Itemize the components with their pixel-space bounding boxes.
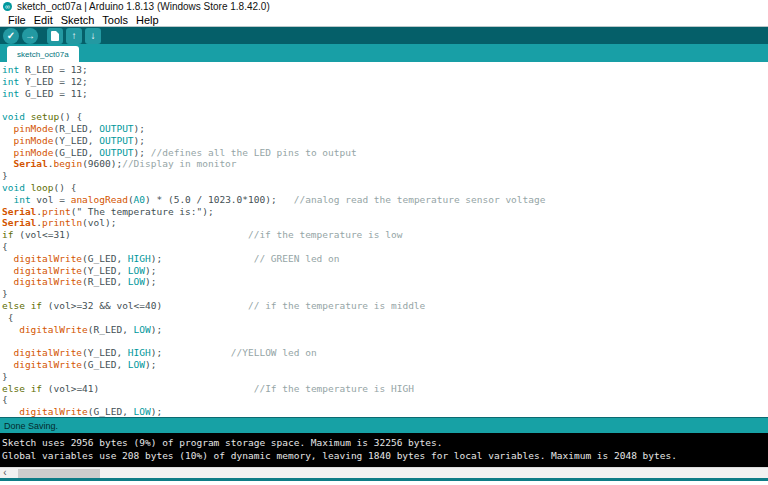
code-token: loop [31, 182, 54, 193]
code-token: A0 [134, 194, 145, 205]
tab-label: sketch_oct07a [17, 50, 69, 59]
code-line [2, 335, 768, 347]
menubar: FileEditSketchToolsHelp [0, 13, 768, 26]
code-token [2, 347, 13, 358]
code-token [2, 359, 13, 370]
code-token: (Y_LED, [54, 135, 100, 146]
code-token: OUTPUT [99, 135, 133, 146]
code-token: { [2, 394, 8, 405]
code-token: () { [54, 182, 77, 193]
menu-item-sketch[interactable]: Sketch [57, 14, 99, 26]
code-token: (G_LED, [82, 359, 128, 370]
code-token: HIGH [128, 347, 151, 358]
scrollbar-thumb[interactable] [18, 469, 100, 478]
arduino-logo-icon: ∞ [3, 2, 12, 11]
code-token: Serial [13, 158, 47, 169]
menu-item-file[interactable]: File [4, 14, 30, 26]
code-token: OUTPUT [99, 123, 133, 134]
code-token: analogRead [71, 194, 128, 205]
horizontal-scrollbar[interactable]: ‹ [0, 467, 768, 478]
titlebar[interactable]: ∞ sketch_oct07a | Arduino 1.8.13 (Window… [0, 0, 768, 13]
code-token: ); [134, 135, 145, 146]
code-token: //Display in monitor [122, 158, 236, 169]
code-line: { [2, 241, 768, 253]
code-token: LOW [134, 324, 151, 335]
tab-sketch-oct07a[interactable]: sketch_oct07a [7, 46, 79, 62]
verify-button[interactable]: ✓ [3, 28, 19, 44]
code-token: else [2, 383, 25, 394]
code-token [2, 135, 13, 146]
code-line: void setup() { [2, 111, 768, 123]
code-line [2, 99, 768, 111]
code-token: if [2, 229, 13, 240]
code-line: digitalWrite(R_LED, LOW); [2, 276, 768, 288]
code-token: OUTPUT [99, 147, 133, 158]
code-line: } [2, 288, 768, 300]
code-token: (R_LED, [88, 324, 134, 335]
code-token [2, 406, 19, 417]
right-arrow-icon: → [25, 31, 35, 41]
scroll-left-arrow-icon[interactable]: ‹ [0, 468, 10, 478]
code-editor[interactable]: int R_LED = 13;int Y_LED = 12;int G_LED … [0, 62, 768, 417]
code-token: vol = [31, 194, 71, 205]
code-token [2, 265, 13, 276]
new-document-icon [51, 31, 59, 41]
code-token: ); [151, 406, 162, 417]
upload-button[interactable]: → [22, 28, 38, 44]
code-token [2, 147, 13, 158]
code-token: digitalWrite [13, 276, 82, 287]
menu-item-edit[interactable]: Edit [30, 14, 57, 26]
code-line: int G_LED = 11; [2, 88, 768, 100]
code-token: Serial [2, 217, 36, 228]
code-token [2, 253, 13, 264]
code-token: (Y_LED, [82, 347, 128, 358]
compile-console[interactable]: Sketch uses 2956 bytes (9%) of program s… [0, 433, 768, 467]
code-token: println [42, 217, 82, 228]
code-token: //If the temperature is HIGH [254, 383, 414, 394]
code-token: ); [145, 265, 156, 276]
code-token [2, 194, 13, 205]
code-line: Serial.print(" The temperature is:"); [2, 206, 768, 218]
code-token: pinMode [13, 147, 53, 158]
down-arrow-icon: ↓ [91, 31, 96, 41]
code-token: ); [151, 253, 254, 264]
code-token: (Y_LED, [82, 265, 128, 276]
code-line: Serial.println(vol); [2, 217, 768, 229]
code-token: pinMode [13, 135, 53, 146]
menu-item-tools[interactable]: Tools [98, 14, 132, 26]
code-token: ); [151, 324, 162, 335]
code-token: void [2, 182, 25, 193]
code-token: ); [151, 347, 231, 358]
code-line: digitalWrite(G_LED, LOW); [2, 406, 768, 417]
code-line: digitalWrite(G_LED, HIGH); // GREEN led … [2, 253, 768, 265]
code-line: int Y_LED = 12; [2, 76, 768, 88]
code-token: digitalWrite [13, 253, 82, 264]
code-token: //if the temperature is low [248, 229, 402, 240]
up-arrow-icon: ↑ [72, 31, 77, 41]
code-token: digitalWrite [19, 324, 88, 335]
code-token: //YELLOW led on [231, 347, 317, 358]
code-token: begin [54, 158, 83, 169]
code-token: Y_LED = 12; [19, 76, 88, 87]
new-sketch-button[interactable] [47, 28, 63, 44]
code-token: else [2, 300, 25, 311]
code-token: (" The temperature is:"); [71, 206, 214, 217]
code-token: (R_LED, [82, 276, 128, 287]
code-token: } [2, 371, 8, 382]
code-token: int [2, 88, 19, 99]
code-line: } [2, 371, 768, 383]
code-token: ); [145, 359, 156, 370]
code-line: Serial.begin(9600);//Display in monitor [2, 158, 768, 170]
code-token: ); [145, 276, 156, 287]
menu-item-help[interactable]: Help [132, 14, 163, 26]
code-token: HIGH [128, 253, 151, 264]
code-token [2, 324, 19, 335]
code-line: int vol = analogRead(A0) * (5.0 / 1023.0… [2, 194, 768, 206]
check-icon: ✓ [7, 31, 15, 41]
code-line: pinMode(G_LED, OUTPUT); //defines all th… [2, 147, 768, 159]
save-button[interactable]: ↓ [85, 28, 101, 44]
open-button[interactable]: ↑ [66, 28, 82, 44]
code-token: digitalWrite [13, 265, 82, 276]
console-line: Global variables use 208 bytes (10%) of … [2, 449, 768, 462]
code-token: (vol>=32 && vol<=40) [42, 300, 248, 311]
